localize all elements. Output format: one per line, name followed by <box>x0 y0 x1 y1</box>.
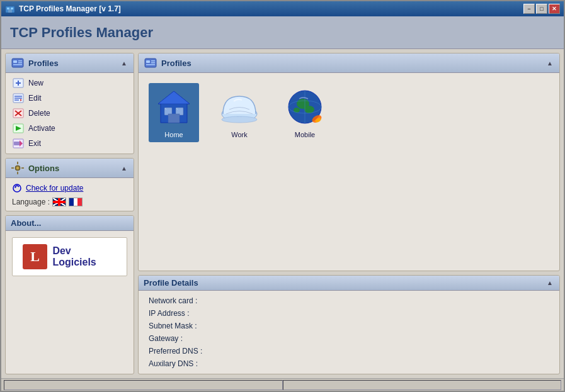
about-label: About... <box>11 218 41 228</box>
profiles-main-panel: Profiles ▲ <box>138 53 560 271</box>
detail-subnet-mask: Subnet Mask : <box>149 320 549 332</box>
about-panel: About... L Dev Logiciels <box>5 215 134 374</box>
svg-rect-27 <box>17 162 18 164</box>
profiles-sidebar-collapse[interactable]: ▲ <box>120 59 128 67</box>
status-segment-2 <box>283 380 562 390</box>
flag-uk[interactable] <box>52 198 66 206</box>
details-label: Profile Details <box>144 278 198 288</box>
flag-fr[interactable] <box>69 198 83 206</box>
logo-container: L Dev Logiciels <box>12 237 127 276</box>
home-profile-label: Home <box>164 131 183 138</box>
profiles-sidebar-body: New Edit <box>6 73 134 154</box>
details-panel: Profile Details ▲ Network card : IP Addr… <box>138 275 560 374</box>
svg-rect-7 <box>18 60 22 62</box>
details-collapse[interactable]: ▲ <box>545 279 554 288</box>
profiles-main-body: Home <box>139 73 559 152</box>
svg-rect-36 <box>151 60 155 62</box>
menu-item-exit-label: Exit <box>28 139 41 148</box>
check-update-label: Check for update <box>26 184 83 193</box>
svg-rect-8 <box>18 62 22 64</box>
svg-rect-2 <box>11 8 13 9</box>
details-header: Profile Details ▲ <box>139 276 559 291</box>
detail-gateway: Gateway : <box>149 332 549 345</box>
profiles-main-header: Profiles ▲ <box>139 53 559 73</box>
menu-item-activate-label: Activate <box>28 124 55 133</box>
svg-rect-35 <box>146 64 155 65</box>
svg-rect-6 <box>13 64 22 65</box>
svg-point-51 <box>304 106 314 113</box>
menu-item-activate[interactable]: Activate <box>6 121 134 136</box>
minimize-button[interactable]: − <box>523 4 535 14</box>
new-icon <box>12 77 25 89</box>
right-content: Profiles ▲ <box>138 53 560 374</box>
svg-rect-29 <box>11 167 14 169</box>
svg-rect-30 <box>21 167 24 169</box>
options-header: Options ▲ <box>6 159 134 178</box>
delete-icon <box>12 108 25 119</box>
detail-network-card: Network card : <box>149 294 549 307</box>
profiles-sidebar-header: Profiles ▲ <box>6 53 134 73</box>
language-row: Language : <box>6 196 134 208</box>
svg-rect-23 <box>14 142 20 145</box>
svg-rect-1 <box>7 8 9 9</box>
sidebar: Profiles ▲ New <box>5 53 134 374</box>
menu-item-delete-label: Delete <box>28 109 50 118</box>
detail-ip-address: IP Address : <box>149 307 549 320</box>
title-bar: TCP Profiles Manager [v 1.7] − □ ✕ <box>1 1 564 16</box>
options-body: Check for update Language : <box>6 178 134 211</box>
main-content: Profiles ▲ New <box>1 49 564 378</box>
menu-item-edit[interactable]: Edit <box>6 91 134 106</box>
edit-icon <box>12 92 25 104</box>
close-button[interactable]: ✕ <box>549 4 560 14</box>
options-panel: Options ▲ Check for update Langua <box>5 158 134 211</box>
svg-rect-3 <box>8 9 12 13</box>
work-profile-icon <box>219 87 260 127</box>
about-header: About... <box>6 216 134 231</box>
exit-icon <box>12 138 25 149</box>
svg-point-48 <box>222 116 257 123</box>
mobile-profile-icon <box>285 87 325 127</box>
options-icon <box>11 161 25 175</box>
profile-item-home[interactable]: Home <box>149 83 199 142</box>
menu-item-edit-label: Edit <box>28 94 42 103</box>
title-bar-left: TCP Profiles Manager [v 1.7] <box>5 4 121 14</box>
svg-rect-34 <box>146 60 150 63</box>
app-title-text: TCP Profiles Manager <box>10 25 153 41</box>
window-title: TCP Profiles Manager [v 1.7] <box>19 4 121 13</box>
profile-item-work[interactable]: Work <box>214 83 265 142</box>
profile-item-mobile[interactable]: Mobile <box>280 83 330 142</box>
options-collapse[interactable]: ▲ <box>120 164 128 172</box>
logo-text: Dev Logiciels <box>52 245 117 268</box>
detail-preferred-dns: Preferred DNS : <box>149 345 549 357</box>
maximize-button[interactable]: □ <box>536 4 547 14</box>
profiles-sidebar-label: Profiles <box>28 59 59 68</box>
activate-icon <box>12 123 25 134</box>
menu-item-delete[interactable]: Delete <box>6 106 134 121</box>
main-window: TCP Profiles Manager [v 1.7] − □ ✕ TCP P… <box>0 0 565 392</box>
svg-rect-42 <box>168 114 180 123</box>
language-label: Language : <box>12 198 50 206</box>
options-label: Options <box>28 164 59 173</box>
menu-item-exit[interactable]: Exit <box>6 136 134 151</box>
status-segment-1 <box>4 380 283 390</box>
profiles-sidebar-icon <box>11 56 25 70</box>
title-bar-controls: − □ ✕ <box>523 4 560 14</box>
svg-point-26 <box>16 167 19 169</box>
menu-item-new-label: New <box>28 79 43 87</box>
svg-rect-5 <box>13 60 17 63</box>
profiles-sidebar-panel: Profiles ▲ New <box>5 53 134 154</box>
svg-rect-37 <box>151 62 155 64</box>
logo-icon: L <box>23 244 47 269</box>
app-icon <box>5 4 15 14</box>
detail-auxiliary-dns: Auxilary DNS : <box>149 357 549 370</box>
home-profile-icon <box>154 87 194 127</box>
update-icon <box>12 183 22 193</box>
app-title-banner: TCP Profiles Manager <box>1 16 564 49</box>
check-update-link[interactable]: Check for update <box>6 181 134 196</box>
profiles-main-label: Profiles <box>161 59 191 68</box>
menu-item-new[interactable]: New <box>6 76 134 91</box>
about-body: L Dev Logiciels <box>6 231 134 283</box>
profiles-main-collapse[interactable]: ▲ <box>545 59 554 67</box>
svg-rect-28 <box>17 172 18 174</box>
profiles-main-icon <box>144 56 157 70</box>
